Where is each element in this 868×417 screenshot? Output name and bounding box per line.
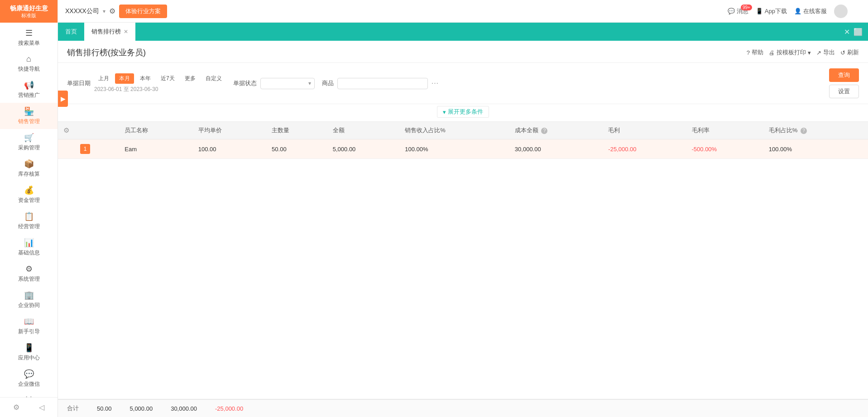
sidebar-label-system: 系统管理 [18,275,40,283]
page-title: 销售排行榜(按业务员) [67,47,146,58]
page-header: 销售排行榜(按业务员) ? 帮助 🖨 按模板打印 ▾ ↗ 导出 ↺ 刷新 [58,41,868,63]
tab-home[interactable]: 首页 [58,23,84,41]
tab-home-label: 首页 [65,28,77,36]
tab-sales-rank-label: 销售排行榜 [91,28,121,36]
page-area: 销售排行榜(按业务员) ? 帮助 🖨 按模板打印 ▾ ↗ 导出 ↺ 刷新 [58,41,868,417]
action-buttons: 查询 设置 [829,68,859,98]
sidebar-label-basic-info: 基础信息 [18,249,40,257]
refresh-btn[interactable]: ↺ 刷新 [840,48,859,57]
gear-icon[interactable]: ⚙ [63,126,69,134]
sidebar-icon-marketing: 📢 [24,80,34,90]
footer-main-qty: 50.00 [97,405,112,412]
experience-btn[interactable]: 体验行业方案 [119,5,167,18]
expand-icon: ▾ [443,109,446,115]
sidebar-label-enterprise-wechat: 企业微信 [18,380,40,388]
cost-info-icon[interactable]: ? [541,128,547,134]
date-options-col: 上月 本月 本年 近7天 更多 自定义 2023-06-01 至 2023-06… [94,73,226,93]
print-icon: 🖨 [769,49,775,56]
sidebar-item-quick-nav[interactable]: ⌂快捷导航 [0,51,58,77]
template-print-btn[interactable]: 🖨 按模板打印 ▾ [769,48,811,57]
online-service-btn[interactable]: 👤 在线客服 [794,7,827,15]
expand-more-btn[interactable]: ▾ 展开更多条件 [437,106,489,118]
sidebar-item-enterprise[interactable]: 🏢企业协同 [0,287,58,313]
query-btn[interactable]: 查询 [829,68,859,82]
sidebar-item-operation[interactable]: 📋经营管理 [0,208,58,234]
td-gross-profit-0: -25,000.00 [603,139,686,159]
th-rank [75,122,119,139]
more-dots[interactable]: ··· [432,79,439,87]
data-table-area: ⚙ 员工名称 平均单价 主数量 全额 销售收入占比% 成本全额 ? 毛利 毛利率… [58,122,868,399]
tab-close-icon[interactable]: ✕ [124,29,128,35]
sidebar-icon-guide: 📖 [24,316,34,326]
sidebar-item-sales[interactable]: 🏪销售管理 [0,103,58,129]
th-sales-revenue-pct: 销售收入占比% [399,122,509,139]
status-select-wrapper [260,78,315,89]
th-gross-margin: 毛利率 [686,122,763,139]
app-logo: 畅康通好生意 标准版 [0,0,58,23]
td-sales-pct-0: 100.00% [399,139,509,159]
page-actions: ? 帮助 🖨 按模板打印 ▾ ↗ 导出 ↺ 刷新 [747,48,859,57]
sidebar-item-marketing[interactable]: 📢营销推广 [0,77,58,103]
sidebar-item-basic-info[interactable]: 📊基础信息 [0,234,58,260]
sidebar-item-system[interactable]: ⚙系统管理 [0,260,58,287]
online-service-icon: 👤 [794,8,801,14]
date-opt-more[interactable]: 更多 [181,73,200,84]
td-employee-0: Eam [119,139,192,159]
sidebar-item-search-order[interactable]: ☰搜索菜单 [0,24,58,51]
goods-filter-group: 商品 ··· [322,78,439,89]
tab-sales-rank[interactable]: 销售排行榜 ✕ [84,23,135,41]
sidebar-icon-search-order: ☰ [25,28,33,38]
logo-line1: 畅康通好生意 [10,4,48,12]
sidebar-collapse-icon[interactable]: ◁ [39,403,44,412]
sidebar-settings-icon[interactable]: ⚙ [13,403,19,412]
td-gross-pct-0: 100.00% [763,139,868,159]
export-btn[interactable]: ↗ 导出 [816,48,835,57]
app-download-label: App下载 [765,7,787,15]
sidebar-label-app-center: 应用中心 [18,354,40,362]
sidebar-item-member[interactable]: V畅会员 [0,392,58,397]
sidebar-icon-basic-info: 📊 [24,238,34,248]
gross-pct-info-icon[interactable]: ? [801,128,807,134]
date-filter-group: 单据日期 上月 本月 本年 近7天 更多 自定义 2023-06-01 至 20… [67,73,226,93]
sidebar-item-inventory[interactable]: 📦库存核算 [0,155,58,182]
expand-row: ▾ 展开更多条件 [58,104,868,122]
date-range-display: 2023-06-01 至 2023-06-30 [94,86,226,93]
th-gross-pct: 毛利占比% ? [763,122,868,139]
th-main-qty: 主数量 [266,122,327,139]
tab-close-window-icon[interactable]: ✕ [844,28,850,36]
online-service-label: 在线客服 [803,7,827,15]
sidebar-item-guide[interactable]: 📖新手引导 [0,313,58,339]
sidebar-icon-inventory: 📦 [24,159,34,169]
help-btn[interactable]: ? 帮助 [747,48,763,57]
company-dropdown-icon[interactable]: ▾ [103,8,106,14]
export-icon: ↗ [816,49,821,56]
sidebar-icon-enterprise: 🏢 [24,290,34,300]
print-dropdown-icon: ▾ [808,49,811,56]
date-opt-custom[interactable]: 自定义 [201,73,226,84]
status-select[interactable] [260,78,315,89]
date-opt-this-month[interactable]: 本月 [115,73,134,84]
date-opt-last-month[interactable]: 上月 [94,73,113,84]
goods-input[interactable] [337,78,428,89]
message-btn[interactable]: 💬 消息 99+ [728,7,748,15]
main-content: XXXXX公司 ▾ ⚙ 体验行业方案 💬 消息 99+ 📱 App下载 👤 在线… [58,0,868,417]
avatar[interactable] [834,5,848,18]
date-opt-this-year[interactable]: 本年 [136,73,155,84]
th-total-amount: 全额 [327,122,399,139]
sidebar-item-finance[interactable]: 💰资金管理 [0,182,58,208]
side-expand-arrow[interactable]: ▶ [58,91,68,107]
settings-filter-btn[interactable]: 设置 [829,85,859,98]
sidebar-item-app-center[interactable]: 📱应用中心 [0,339,58,365]
tab-restore-icon[interactable]: ⬜ [854,28,863,36]
refresh-icon: ↺ [840,49,845,56]
sidebar-label-guide: 新手引导 [18,328,40,336]
avatar-label [855,7,861,15]
header-settings-icon[interactable]: ⚙ [109,7,115,15]
sidebar-item-purchase[interactable]: 🛒采购管理 [0,129,58,155]
app-download-btn[interactable]: 📱 App下载 [756,7,787,15]
sidebar-item-enterprise-wechat[interactable]: 💬企业微信 [0,365,58,392]
sidebar-label-search-order: 搜索菜单 [18,39,40,47]
th-settings[interactable]: ⚙ [58,122,75,139]
rank-badge-0: 1 [80,144,90,154]
date-opt-7days[interactable]: 近7天 [157,73,179,84]
